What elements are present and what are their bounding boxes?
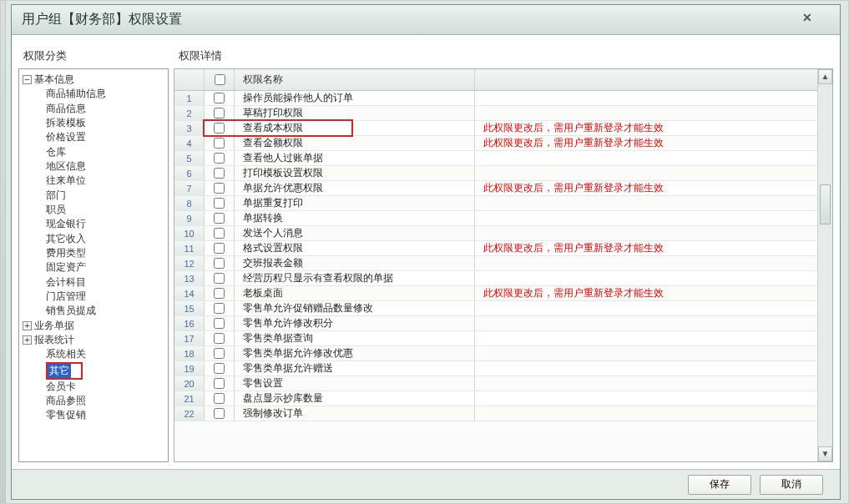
table-row[interactable]: 4查看金额权限此权限更改后，需用户重新登录才能生效 — [174, 136, 817, 151]
row-checkbox[interactable] — [214, 348, 225, 359]
tree-node[interactable]: 商品信息 — [21, 102, 166, 116]
tree-label: 系统相关 — [46, 349, 86, 360]
tree-node[interactable]: 商品参照 — [21, 394, 166, 408]
tree-label: 费用类型 — [46, 247, 86, 259]
row-checkbox[interactable] — [214, 303, 225, 314]
row-checkbox[interactable] — [214, 318, 225, 329]
table-row[interactable]: 8单据重复打印 — [174, 196, 817, 211]
tree-node[interactable]: 其它收入 — [21, 232, 166, 246]
row-number: 17 — [174, 331, 205, 345]
table-row[interactable]: 17零售类单据查询 — [174, 331, 817, 346]
tree-node[interactable]: 零售促销 — [21, 408, 166, 422]
close-icon[interactable]: ✕ — [798, 12, 815, 27]
table-row[interactable]: 3查看成本权限此权限更改后，需用户重新登录才能生效 — [174, 121, 817, 136]
row-checkbox[interactable] — [214, 183, 225, 194]
permission-table: 权限名称 1操作员能操作他人的订单2草稿打印权限3查看成本权限此权限更改后，需用… — [174, 68, 833, 462]
tree-toggle-icon[interactable]: − — [23, 75, 32, 84]
row-checkbox[interactable] — [214, 168, 225, 179]
tree-label: 其它收入 — [46, 233, 86, 244]
row-checkbox[interactable] — [214, 93, 225, 103]
permission-name: 零售单允许促销赠品数量修改 — [235, 301, 475, 315]
permission-tree[interactable]: −基本信息商品辅助信息商品信息拆装模板价格设置仓库地区信息往来单位部门职员现金银… — [18, 68, 169, 462]
table-row[interactable]: 16零售单允许修改积分 — [174, 316, 817, 331]
tree-node[interactable]: 门店管理 — [21, 290, 166, 304]
table-row[interactable]: 15零售单允许促销赠品数量修改 — [174, 301, 817, 316]
table-row[interactable]: 22强制修改订单 — [174, 406, 817, 421]
table-row[interactable]: 10发送个人消息 — [174, 226, 817, 241]
row-checkbox[interactable] — [214, 228, 225, 239]
tree-node[interactable]: +报表统计 — [21, 333, 166, 347]
tree-node[interactable]: 商品辅助信息 — [21, 87, 166, 101]
row-checkbox[interactable] — [214, 333, 225, 344]
tree-node[interactable]: 仓库 — [21, 145, 166, 159]
table-row[interactable]: 14老板桌面此权限更改后，需用户重新登录才能生效 — [174, 286, 817, 301]
tree-node[interactable]: 现金银行 — [21, 217, 166, 231]
tree-node[interactable]: 销售员提成 — [21, 304, 166, 318]
table-row[interactable]: 19零售类单据允许赠送 — [174, 361, 817, 376]
tree-toggle-icon[interactable]: + — [23, 335, 32, 345]
scroll-up-icon[interactable]: ▲ — [818, 69, 832, 84]
row-checkbox[interactable] — [214, 393, 225, 404]
tree-node[interactable]: 地区信息 — [21, 159, 166, 174]
table-row[interactable]: 20零售设置 — [174, 376, 817, 391]
row-checkbox[interactable] — [214, 213, 225, 224]
row-number: 3 — [174, 121, 205, 135]
tree-node[interactable]: 往来单位 — [21, 174, 166, 188]
tree-node[interactable]: 其它 — [21, 362, 166, 380]
tree-node[interactable]: 会员卡 — [21, 380, 166, 394]
permission-note — [475, 301, 817, 315]
table-row[interactable]: 9单据转换 — [174, 211, 817, 226]
tree-node[interactable]: 费用类型 — [21, 246, 166, 260]
table-row[interactable]: 1操作员能操作他人的订单 — [174, 91, 817, 106]
tree-node[interactable]: +业务单据 — [21, 319, 166, 333]
tree-label: 业务单据 — [34, 320, 74, 331]
tree-node[interactable]: 部门 — [21, 189, 166, 203]
tree-node[interactable]: −基本信息 — [21, 73, 166, 87]
scroll-thumb[interactable] — [820, 184, 831, 224]
row-checkbox[interactable] — [214, 363, 225, 374]
tree-node[interactable]: 价格设置 — [21, 130, 166, 144]
permission-name: 查看金额权限 — [235, 136, 475, 150]
select-all-checkbox[interactable] — [215, 74, 225, 85]
table-row[interactable]: 5查看他人过账单据 — [174, 151, 817, 166]
scroll-down-icon[interactable]: ▼ — [818, 446, 832, 461]
tree-node[interactable]: 拆装模板 — [21, 116, 166, 130]
row-checkbox[interactable] — [214, 108, 225, 118]
row-checkbox[interactable] — [214, 408, 225, 419]
cancel-button[interactable]: 取消 — [760, 475, 823, 495]
table-row[interactable]: 7单据允许优惠权限此权限更改后，需用户重新登录才能生效 — [174, 181, 817, 196]
permission-note — [475, 391, 817, 406]
row-number: 21 — [174, 391, 205, 406]
row-checkbox[interactable] — [214, 138, 225, 149]
row-checkbox[interactable] — [214, 258, 225, 269]
row-number: 6 — [174, 166, 205, 180]
col-name-header[interactable]: 权限名称 — [235, 69, 475, 90]
row-checkbox[interactable] — [214, 123, 225, 134]
table-row[interactable]: 11格式设置权限此权限更改后，需用户重新登录才能生效 — [174, 241, 817, 256]
row-checkbox[interactable] — [214, 288, 225, 299]
table-row[interactable]: 13经营历程只显示有查看权限的单据 — [174, 271, 817, 286]
tree-toggle-icon[interactable]: + — [23, 321, 32, 330]
tree-node[interactable]: 固定资产 — [21, 260, 166, 275]
col-check-header[interactable] — [205, 69, 235, 90]
row-checkbox[interactable] — [214, 243, 225, 254]
table-row[interactable]: 21盘点显示抄库数量 — [174, 391, 817, 406]
tree-node[interactable]: 系统相关 — [21, 347, 166, 361]
tree-node[interactable]: 职员 — [21, 203, 166, 217]
row-number: 2 — [174, 106, 205, 120]
permission-note — [475, 331, 817, 345]
table-row[interactable]: 12交班报表金额 — [174, 256, 817, 271]
row-checkbox[interactable] — [214, 273, 225, 284]
tree-node[interactable]: 会计科目 — [21, 275, 166, 290]
table-row[interactable]: 2草稿打印权限 — [174, 106, 817, 121]
tree-label: 销售员提成 — [46, 305, 96, 317]
permission-name: 查看他人过账单据 — [235, 151, 475, 165]
permission-name: 零售设置 — [235, 376, 475, 391]
table-row[interactable]: 6打印模板设置权限 — [174, 166, 817, 181]
save-button[interactable]: 保存 — [688, 475, 751, 495]
vertical-scrollbar[interactable]: ▲ ▼ — [817, 69, 832, 461]
row-checkbox[interactable] — [214, 153, 225, 164]
row-checkbox[interactable] — [214, 378, 225, 389]
table-row[interactable]: 18零售类单据允许修改优惠 — [174, 346, 817, 361]
row-checkbox[interactable] — [214, 198, 225, 209]
